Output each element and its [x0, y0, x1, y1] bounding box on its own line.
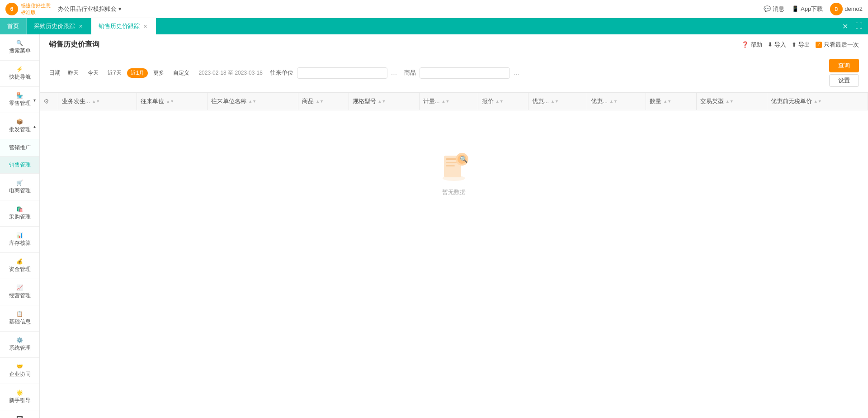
tab-purchase-history-label: 采购历史价跟踪 — [34, 22, 75, 30]
goods-dots[interactable]: ... — [514, 69, 519, 77]
sidebar-item-newbie-label: 新手引导 — [9, 397, 31, 404]
th-unit[interactable]: 计量... ▲▼ — [419, 93, 478, 110]
content-area: 销售历史价查询 ❓ 帮助 ⬇ 导入 ⬆ 导出 ✓ — [40, 34, 868, 418]
tab-bar-right: ✕ ⛶ — [840, 18, 868, 34]
data-table: ⚙ 业务发生... ▲▼ 往来单位 ▲▼ — [40, 93, 868, 110]
date-options: 昨天 今天 近7天 近1月 更多 自定义 — [64, 68, 193, 78]
th-partner-name[interactable]: 往来单位名称 ▲▼ — [208, 93, 298, 110]
partner-input[interactable] — [297, 67, 387, 79]
sidebar-item-ecommerce[interactable]: 🛒 电商管理 — [0, 174, 39, 200]
message-button[interactable]: 💬 消息 — [764, 5, 784, 13]
th-partner-code-label: 往来单位 — [141, 97, 164, 105]
sidebar-item-retail-label: 零售管理 — [9, 100, 31, 107]
sidebar-item-system[interactable]: ⚙️ 系统管理 — [0, 332, 39, 358]
sort-arrows-partner-name: ▲▼ — [248, 100, 256, 104]
sidebar-item-marketing[interactable]: 营销推广 — [0, 139, 39, 157]
th-discount2-label: 优惠... — [591, 97, 608, 105]
page-title-row: 销售历史价查询 ❓ 帮助 ⬇ 导入 ⬆ 导出 ✓ — [49, 40, 859, 54]
date-opt-1month[interactable]: 近1月 — [127, 68, 148, 78]
sidebar-item-wholesale[interactable]: 📦 批发管理 — [0, 113, 39, 139]
page-actions: ❓ 帮助 ⬇ 导入 ⬆ 导出 ✓ 只看最后一次 — [741, 41, 859, 49]
enterprise-icon: 🤝 — [16, 363, 23, 370]
export-button[interactable]: ⬆ 导出 — [792, 41, 810, 49]
partner-dots[interactable]: ... — [391, 69, 397, 77]
th-quote[interactable]: 报价 ▲▼ — [478, 93, 528, 110]
app-selector[interactable]: 办公用品行业模拟账套 ▾ — [54, 3, 125, 15]
sidebar-item-quick[interactable]: ⚡ 快捷导航 — [0, 61, 39, 87]
th-discount2[interactable]: 优惠... ▲▼ — [587, 93, 646, 110]
fullscreen-button[interactable]: ⛶ — [854, 20, 864, 32]
operations-icon: 📈 — [16, 285, 23, 291]
date-opt-last7[interactable]: 近7天 — [104, 68, 125, 78]
sidebar-item-inventory[interactable]: 📊 库存核算 — [0, 227, 39, 253]
export-icon: ⬆ — [792, 41, 797, 48]
settings-button[interactable]: 设置 — [829, 74, 859, 87]
th-trade-type[interactable]: 交易类型 ▲▼ — [696, 93, 767, 110]
th-settings[interactable]: ⚙ — [40, 93, 58, 110]
user-menu[interactable]: D demo2 — [830, 3, 863, 15]
sidebar-sub-wholesale: 营销推广 销售管理 — [0, 139, 39, 174]
query-button[interactable]: 查询 — [829, 59, 859, 72]
th-quantity[interactable]: 数量 ▲▼ — [646, 93, 696, 110]
sidebar-item-retail[interactable]: 🏪 零售管理 — [0, 87, 39, 113]
import-label: 导入 — [774, 41, 786, 49]
date-opt-today[interactable]: 今天 — [84, 68, 102, 78]
th-unit-label: 计量... — [423, 97, 440, 105]
sidebar-item-sales-mgmt[interactable]: 销售管理 — [0, 157, 39, 174]
only-last-checkbox-label[interactable]: ✓ 只看最后一次 — [816, 41, 859, 49]
th-pretax-price[interactable]: 优惠前无税单价 ▲▼ — [767, 93, 868, 110]
th-goods[interactable]: 商品 ▲▼ — [298, 93, 349, 110]
import-button[interactable]: ⬇ 导入 — [768, 41, 786, 49]
tab-home[interactable]: 首页 — [0, 18, 27, 34]
sidebar-item-basic[interactable]: 📋 基础信息 — [0, 305, 39, 332]
tab-purchase-history-close[interactable]: ✕ — [78, 23, 84, 30]
sidebar-item-marketing-label: 营销推广 — [9, 144, 31, 151]
close-window-button[interactable]: ✕ — [840, 20, 850, 33]
table-header-row: ⚙ 业务发生... ▲▼ 往来单位 ▲▼ — [40, 93, 868, 110]
query-btn-area: 查询 设置 — [829, 59, 859, 87]
date-opt-more[interactable]: 更多 — [150, 68, 168, 78]
help-button[interactable]: ❓ 帮助 — [741, 41, 762, 49]
import-icon: ⬇ — [768, 41, 773, 48]
th-spec[interactable]: 规格型号 ▲▼ — [349, 93, 419, 110]
th-trade-type-label: 交易类型 — [700, 97, 724, 105]
th-discount1[interactable]: 优惠... ▲▼ — [528, 93, 587, 110]
chevron-down-icon: ▾ — [118, 5, 122, 12]
tab-sales-history-label: 销售历史价跟踪 — [99, 22, 140, 30]
sidebar-item-search[interactable]: 🔍 搜索菜单 — [0, 34, 39, 61]
sidebar-item-apps[interactable]: 🔲 应用中心 — [0, 410, 39, 418]
export-label: 导出 — [798, 41, 810, 49]
page-title: 销售历史价查询 — [49, 40, 99, 49]
tab-home-label: 首页 — [7, 22, 19, 30]
sidebar-item-enterprise[interactable]: 🤝 企业协同 — [0, 358, 39, 384]
sidebar-item-purchase[interactable]: 🛍️ 采购管理 — [0, 200, 39, 227]
goods-input[interactable] — [420, 67, 510, 79]
message-label: 消息 — [773, 5, 784, 13]
sidebar-item-newbie[interactable]: 🌟 新手引导 — [0, 384, 39, 410]
sidebar-item-finance[interactable]: 💰 资金管理 — [0, 253, 39, 279]
sidebar-item-ecommerce-label: 电商管理 — [9, 187, 31, 195]
logo-icon: 6 — [5, 3, 18, 15]
tab-sales-history[interactable]: 销售历史价跟踪 ✕ — [91, 18, 156, 34]
sidebar-item-operations-label: 经营管理 — [9, 292, 31, 299]
app-download-button[interactable]: 📱 App下载 — [792, 5, 823, 13]
date-filter-group: 日期 昨天 今天 近7天 近1月 更多 自定义 2023-02-18 至 202… — [49, 68, 263, 78]
only-last-checkbox[interactable]: ✓ — [816, 42, 822, 48]
sidebar-item-inventory-label: 库存核算 — [9, 239, 31, 247]
sidebar-item-operations[interactable]: 📈 经营管理 — [0, 279, 39, 305]
th-biz-date[interactable]: 业务发生... ▲▼ — [58, 93, 137, 110]
th-partner-code[interactable]: 往来单位 ▲▼ — [137, 93, 208, 110]
goods-label: 商品 — [404, 69, 416, 77]
empty-icon: 🔍 — [436, 147, 472, 183]
goods-filter-group: 商品 ... — [404, 67, 519, 79]
finance-icon: 💰 — [16, 258, 23, 265]
tab-sales-history-close[interactable]: ✕ — [142, 23, 148, 30]
sort-arrows-goods: ▲▼ — [316, 100, 324, 104]
date-opt-yesterday[interactable]: 昨天 — [64, 68, 82, 78]
th-quote-label: 报价 — [482, 97, 494, 105]
date-opt-custom[interactable]: 自定义 — [170, 68, 193, 78]
sort-arrows-unit: ▲▼ — [442, 100, 450, 104]
table-header: ⚙ 业务发生... ▲▼ 往来单位 ▲▼ — [40, 93, 868, 110]
sort-arrows-quantity: ▲▼ — [663, 100, 671, 104]
tab-purchase-history[interactable]: 采购历史价跟踪 ✕ — [27, 18, 91, 34]
